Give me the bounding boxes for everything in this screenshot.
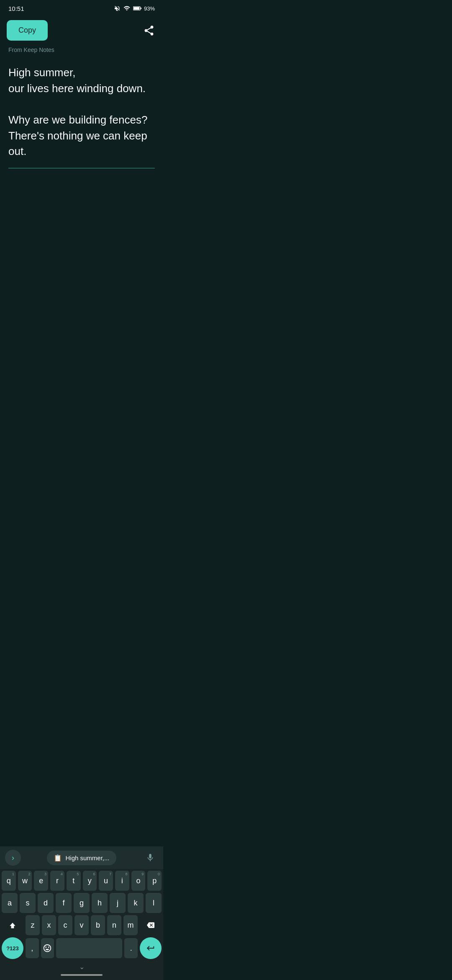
battery-icon	[133, 5, 141, 11]
wifi-icon	[123, 5, 131, 12]
copy-button[interactable]: Copy	[7, 20, 48, 41]
svg-rect-1	[134, 7, 139, 10]
content-area: High summer, our lives here winding down…	[0, 62, 163, 177]
status-time: 10:51	[8, 5, 24, 12]
source-label: From Keep Notes	[0, 44, 163, 62]
status-icons: 93%	[114, 5, 155, 12]
share-icon[interactable]	[143, 25, 155, 36]
battery-percent: 93%	[144, 5, 155, 12]
mute-icon	[114, 5, 121, 12]
content-text: High summer, our lives here winding down…	[8, 65, 155, 160]
status-bar: 10:51 93%	[0, 0, 163, 15]
content-divider	[8, 168, 155, 168]
action-bar: Copy	[0, 15, 163, 44]
svg-rect-2	[140, 8, 141, 9]
